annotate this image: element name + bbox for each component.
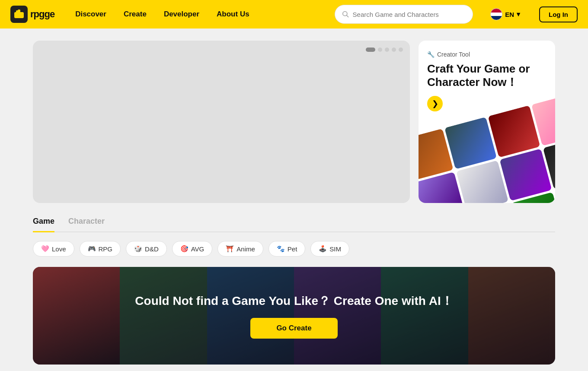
svg-rect-0 — [14, 12, 24, 18]
anime-icon: ⛩️ — [226, 245, 234, 253]
nav-links: Discover Create Developer About Us — [75, 10, 321, 19]
grid-image — [488, 105, 540, 158]
category-chips: 🩷 Love 🎮 RPG 🎲 D&D 🎯 AVG ⛩️ Anime 🐾 P — [33, 241, 555, 257]
creator-title: Craft Your Game or Character Now！ — [427, 62, 546, 89]
hero-section: 🔧 Creator Tool Craft Your Game or Charac… — [33, 41, 555, 203]
flag-icon — [490, 8, 502, 20]
chip-label: Anime — [236, 245, 255, 253]
nav-developer[interactable]: Developer — [164, 10, 199, 19]
chip-label: D&D — [145, 245, 159, 253]
lang-selector[interactable]: EN ▾ — [490, 8, 520, 20]
chip-avg[interactable]: 🎯 AVG — [172, 241, 213, 257]
creator-go-button[interactable]: ❯ — [427, 96, 443, 111]
chip-pet[interactable]: 🐾 Pet — [268, 241, 306, 257]
search-icon — [342, 10, 349, 18]
carousel-dot-4[interactable] — [392, 48, 396, 52]
nav-about[interactable]: About Us — [217, 10, 249, 19]
chevron-down-icon: ▾ — [517, 10, 520, 18]
carousel-dot-3[interactable] — [385, 48, 389, 52]
rpg-icon: 🎮 — [88, 245, 96, 253]
love-icon: 🩷 — [41, 245, 49, 253]
chip-label: AVG — [191, 245, 205, 253]
chip-anime[interactable]: ⛩️ Anime — [217, 241, 263, 257]
chip-label: Pet — [288, 245, 297, 253]
grid-image — [499, 149, 552, 201]
logo-text: rpgge — [30, 9, 54, 20]
logo[interactable]: rpgge — [10, 6, 54, 23]
tabs-section: Game Character 🩷 Love 🎮 RPG 🎲 D&D 🎯 AVG … — [33, 217, 555, 257]
svg-rect-2 — [18, 10, 20, 13]
creator-card: 🔧 Creator Tool Craft Your Game or Charac… — [419, 41, 555, 203]
lang-label: EN — [505, 11, 514, 18]
banner-content: Could Not find a Game You Like？ Create O… — [135, 293, 453, 339]
chip-rpg[interactable]: 🎮 RPG — [80, 241, 121, 257]
chip-label: SIM — [329, 245, 341, 253]
tab-game[interactable]: Game — [33, 217, 54, 232]
tabs: Game Character — [33, 217, 555, 232]
carousel-dot-5[interactable] — [399, 48, 403, 52]
avg-icon: 🎯 — [180, 245, 189, 253]
carousel-dot-2[interactable] — [378, 48, 382, 52]
banner-col-6 — [468, 267, 555, 365]
chip-sim[interactable]: 🕹️ SIM — [310, 241, 349, 257]
arrow-right-icon: ❯ — [432, 99, 438, 108]
chip-label: Love — [52, 245, 66, 253]
nav-create[interactable]: Create — [124, 10, 147, 19]
wrench-icon: 🔧 — [427, 51, 435, 58]
logo-icon — [10, 6, 28, 23]
carousel-dots — [366, 48, 403, 52]
navbar: rpgge Discover Create Developer About Us… — [0, 0, 588, 29]
chip-love[interactable]: 🩷 Love — [33, 241, 74, 257]
banner-title: Could Not find a Game You Like？ Create O… — [135, 293, 453, 309]
search-bar — [335, 5, 473, 24]
tab-character[interactable]: Character — [68, 217, 105, 232]
chip-label: RPG — [99, 245, 113, 253]
search-input[interactable] — [353, 11, 466, 18]
banner-col-1 — [33, 267, 120, 365]
go-create-button[interactable]: Go Create — [250, 318, 337, 339]
main-content: 🔧 Creator Tool Craft Your Game or Charac… — [26, 29, 562, 365]
chip-dnd[interactable]: 🎲 D&D — [126, 241, 167, 257]
grid-image — [444, 117, 497, 169]
creator-tool-label: 🔧 Creator Tool — [427, 51, 546, 58]
nav-discover[interactable]: Discover — [75, 10, 106, 19]
sim-icon: 🕹️ — [319, 245, 327, 253]
banner-section: Could Not find a Game You Like？ Create O… — [33, 267, 555, 365]
dnd-icon: 🎲 — [134, 245, 142, 253]
pet-icon: 🐾 — [277, 245, 285, 253]
carousel-dot-1[interactable] — [366, 48, 375, 52]
login-button[interactable]: Log In — [539, 6, 578, 22]
hero-carousel[interactable] — [33, 41, 410, 203]
